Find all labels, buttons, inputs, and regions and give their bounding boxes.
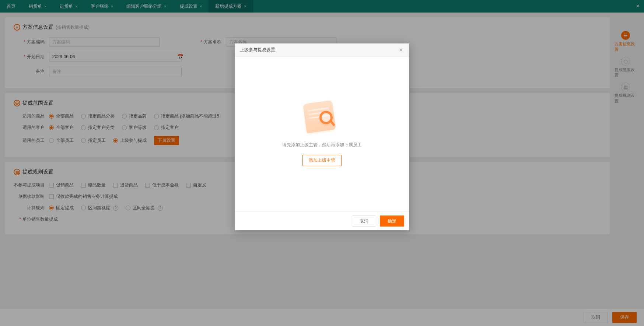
empty-state-text: 请先添加上级主管，然后再添加下属员工: [282, 142, 362, 148]
modal-title: 上级参与提成设置: [240, 47, 275, 53]
add-superior-button[interactable]: 添加上级主管: [302, 155, 342, 166]
modal-ok-button[interactable]: 确定: [380, 215, 404, 227]
close-icon[interactable]: ×: [398, 47, 404, 53]
empty-illustration: [298, 98, 346, 135]
modal-cancel-button[interactable]: 取消: [352, 215, 376, 227]
modal-header: 上级参与提成设置 ×: [235, 43, 409, 57]
superior-modal: 上级参与提成设置 × 请先添加上级主管，然后再添加下属员工 添加上级主管 取消 …: [235, 43, 409, 230]
